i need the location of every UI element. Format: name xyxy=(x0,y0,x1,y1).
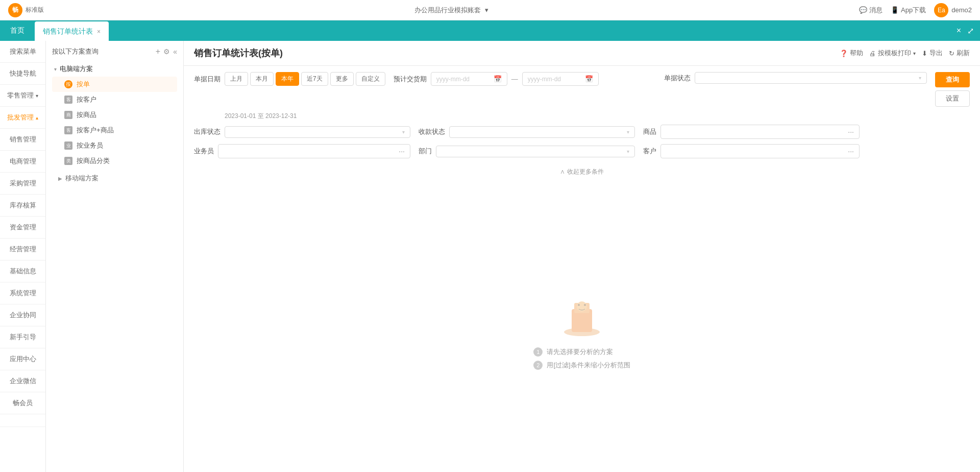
template-print-btn[interactable]: 🖨 按模板打印 ▾ xyxy=(869,49,916,58)
collapse-bar[interactable]: ∧ 收起更多条件 xyxy=(194,163,970,180)
payment-status-select[interactable]: ▾ xyxy=(449,126,635,138)
tabbar: 首页 销售订单统计表 × × ⤢ xyxy=(0,20,980,41)
pc-group-label: 电脑端方案 xyxy=(60,64,93,74)
window-expand-btn[interactable]: ⤢ xyxy=(967,26,974,36)
empty-tip-2: 2 用[过滤]条件来缩小分析范围 xyxy=(533,361,630,370)
tab-active[interactable]: 销售订单统计表 × xyxy=(35,21,109,42)
sidebar-item-sales[interactable]: 电商管理 xyxy=(0,151,45,173)
sidebar-item-enterprise[interactable]: 新手引导 xyxy=(0,326,45,348)
scheme-settings-btn[interactable]: ⚙ xyxy=(163,48,170,56)
sidebar-item-purchase[interactable]: 库存核算 xyxy=(0,195,45,217)
query-btn[interactable]: 查询 xyxy=(935,72,970,87)
goods-select[interactable]: ··· xyxy=(660,125,860,139)
salesperson-label: 业务员 xyxy=(194,147,214,156)
page-header-top: 销售订单统计表(按单) ❓ 帮助 🖨 按模板打印 ▾ ⬇ xyxy=(194,47,970,59)
by-order-icon: 按 xyxy=(64,80,72,88)
sidebar-item-system[interactable]: 企业协同 xyxy=(0,304,45,326)
delivery-status-select[interactable]: ▾ xyxy=(225,126,410,138)
bill-status-select[interactable]: ▾ xyxy=(695,72,927,84)
page-actions: ❓ 帮助 🖨 按模板打印 ▾ ⬇ 导出 ↻ xyxy=(840,49,970,58)
tip1-num: 1 xyxy=(533,347,543,357)
date-range-display: 2023-01-01 至 2023-12-31 xyxy=(225,112,970,121)
goods-ellipsis[interactable]: ··· xyxy=(848,128,854,136)
topbar: 畅 标准版 办公用品行业模拟账套 ▾ 💬 消息 📱 App下载 Ea demo2 xyxy=(0,0,980,20)
scheme-item-by-order[interactable]: 按 按单 xyxy=(52,77,177,92)
sidebar-item-ecommerce[interactable]: 采购管理 xyxy=(0,173,45,195)
message-btn[interactable]: 💬 消息 xyxy=(859,6,883,15)
panel-collapse-btn[interactable]: « xyxy=(173,48,177,56)
date-btn-7days[interactable]: 近7天 xyxy=(301,72,328,86)
delivery-status-label: 出库状态 xyxy=(194,127,220,136)
date-btn-this-year[interactable]: 本年 xyxy=(276,72,299,86)
scheme-item-by-cg[interactable]: 客 按客户+商品 xyxy=(52,123,177,138)
right-content: 销售订单统计表(按单) ❓ 帮助 🖨 按模板打印 ▾ ⬇ xyxy=(184,41,980,472)
export-icon: ⬇ xyxy=(922,50,927,57)
delivery-date-end[interactable]: yyyy-mm-dd 📅 xyxy=(522,72,599,86)
bill-status-label: 单据状态 xyxy=(664,74,691,83)
sidebar-item-wholesale[interactable]: 批发管理 ▴ xyxy=(0,107,45,129)
salesperson-ellipsis[interactable]: ··· xyxy=(399,147,405,155)
sidebar-item-operations[interactable]: 基础信息 xyxy=(0,261,45,282)
sidebar-item-wechat[interactable]: 畅会员 xyxy=(0,392,45,414)
sidebar-quick-nav[interactable]: 快捷导航 xyxy=(0,63,45,85)
pc-group-header[interactable]: ▾ 电脑端方案 xyxy=(52,61,177,77)
user-area[interactable]: Ea demo2 xyxy=(934,3,972,17)
customer-ellipsis[interactable]: ··· xyxy=(848,147,854,155)
expected-delivery-label: 预计交货期 xyxy=(394,75,427,84)
avatar: Ea xyxy=(934,3,948,17)
date-range-text: 2023-01-01 至 2023-12-31 xyxy=(225,112,297,120)
add-scheme-btn[interactable]: + xyxy=(156,47,160,56)
scheme-item-by-goods[interactable]: 商 按商品 xyxy=(52,107,177,123)
date-btn-this-month[interactable]: 本月 xyxy=(250,72,274,86)
tab-home[interactable]: 首页 xyxy=(0,20,35,41)
mobile-group-header[interactable]: ▶ 移动端方案 xyxy=(52,171,177,186)
help-icon: ❓ xyxy=(840,50,848,57)
by-cg-icon: 客 xyxy=(64,126,72,134)
filter-area: 单据日期 上月 本月 本年 近7天 更多 自定义 预计交货期 xyxy=(184,66,980,186)
customer-label: 客户 xyxy=(643,147,656,156)
tab-close-btn[interactable]: × xyxy=(97,28,101,35)
by-category-icon: 类 xyxy=(64,157,72,165)
export-label: 导出 xyxy=(929,49,943,58)
date-btn-more[interactable]: 更多 xyxy=(330,72,354,86)
topbar-left: 畅 标准版 xyxy=(8,3,44,17)
sidebar-item-finance[interactable]: 经营管理 xyxy=(0,239,45,261)
department-select[interactable]: ▾ xyxy=(436,146,635,157)
left-panel-header: 按以下方案查询 + ⚙ « xyxy=(52,47,177,56)
refresh-icon: ↻ xyxy=(949,50,954,57)
empty-illustration xyxy=(556,289,607,341)
customer-select[interactable]: ··· xyxy=(660,144,860,158)
delivery-date-start[interactable]: yyyy-mm-dd 📅 xyxy=(431,72,507,86)
sidebar-item-retail[interactable]: 零售管理 ▾ xyxy=(0,85,45,107)
date-btn-last-month[interactable]: 上月 xyxy=(225,72,248,86)
by-customer-icon: 客 xyxy=(64,96,72,104)
window-close-btn[interactable]: × xyxy=(957,26,961,35)
tabbar-right: × ⤢ xyxy=(957,26,980,36)
sidebar-item-marketing[interactable]: 销售管理 xyxy=(0,129,45,151)
scheme-item-by-customer[interactable]: 客 按客户 xyxy=(52,92,177,107)
sidebar-item-vip[interactable] xyxy=(0,414,45,427)
goods-label: 商品 xyxy=(643,127,656,136)
tip2-text: 用[过滤]条件来缩小分析范围 xyxy=(547,361,630,370)
sidebar-item-appstore[interactable]: 企业微信 xyxy=(0,370,45,392)
mobile-scheme-group: ▶ 移动端方案 xyxy=(52,171,177,186)
date-btn-custom[interactable]: 自定义 xyxy=(356,72,385,86)
scheme-item-by-category[interactable]: 类 按商品分类 xyxy=(52,153,177,169)
delivery-start-placeholder: yyyy-mm-dd xyxy=(436,76,470,83)
by-customer-label: 按客户 xyxy=(77,95,96,104)
sidebar-item-inventory[interactable]: 资金管理 xyxy=(0,217,45,239)
by-goods-icon: 商 xyxy=(64,111,72,119)
help-btn[interactable]: ❓ 帮助 xyxy=(840,49,863,58)
by-cg-label: 按客户+商品 xyxy=(77,126,114,135)
salesperson-select[interactable]: ··· xyxy=(218,144,410,158)
scheme-item-by-salesperson[interactable]: 业 按业务员 xyxy=(52,138,177,153)
sidebar-search[interactable]: 搜索菜单 xyxy=(0,41,45,63)
sidebar-item-basic[interactable]: 系统管理 xyxy=(0,282,45,304)
sidebar-item-newbie[interactable]: 应用中心 xyxy=(0,348,45,370)
app-download-btn[interactable]: 📱 App下载 xyxy=(891,6,926,15)
export-btn[interactable]: ⬇ 导出 xyxy=(922,49,943,58)
dropdown-arrow[interactable]: ▾ xyxy=(485,6,488,14)
main-layout: 搜索菜单 快捷导航 零售管理 ▾ 批发管理 ▴ 销售管理 电商管理 采购管理 库… xyxy=(0,41,980,472)
refresh-btn[interactable]: ↻ 刷新 xyxy=(949,49,970,58)
reset-btn[interactable]: 设置 xyxy=(935,90,970,107)
